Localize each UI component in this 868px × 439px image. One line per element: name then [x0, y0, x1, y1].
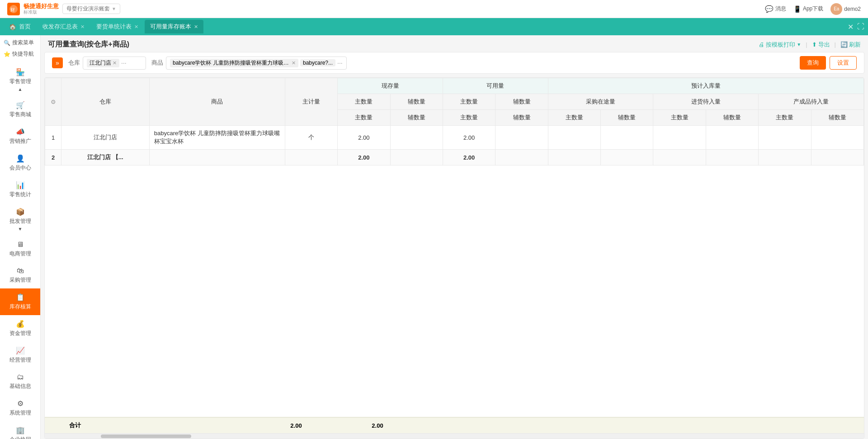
main-layout: 🔍 搜索菜单 ⭐ 快捷导航 🏪 零售管理 ▲ 🛒 零售商城 📣 营销推广 👤 会…: [0, 35, 868, 439]
row2-stock-main: 2.00: [338, 150, 390, 165]
expand-arrow-icon: ▼: [18, 227, 23, 231]
wholesale-icon: 📦: [16, 208, 25, 216]
tab-orders[interactable]: 要货单统计表 ✕: [91, 20, 144, 33]
product-input[interactable]: babycare学饮杯 儿童防摔防撞吸管杯重力球吸嘴杯宝宝水杯 ✕ babyca…: [166, 57, 347, 70]
industry-label: 母婴行业演示账套: [66, 5, 110, 13]
th-available: 可用量: [443, 78, 548, 94]
page-actions: 🖨 按模板打印 ▼ | ⬆ 导出 | 🔄 刷新: [759, 41, 861, 49]
top-bar: 财 畅捷通好生意 标准版 母婴行业演示账套 ▼ 💬 消息 📱 App下载 Ea …: [0, 0, 868, 18]
sidebar-item-finance[interactable]: 💰 资金管理: [0, 315, 40, 342]
sidebar-item-inventory[interactable]: 📋 库存核算: [0, 288, 40, 315]
tab-fullscreen-btn[interactable]: ⛶: [857, 23, 864, 31]
product-more-icon[interactable]: ···: [337, 59, 343, 66]
th-pt-aux: 辅数量: [601, 110, 653, 126]
avatar: Ea: [830, 3, 842, 15]
tab-orders-close[interactable]: ✕: [134, 24, 138, 30]
th-s-aux: 辅数量: [390, 110, 443, 126]
user-menu[interactable]: Ea demo2: [830, 3, 861, 15]
filter-expand-btn[interactable]: »: [52, 57, 63, 68]
row1-stock-aux: [390, 126, 443, 150]
sidebar-item-retail-mgmt[interactable]: 🏪 零售管理 ▲: [0, 63, 40, 96]
sidebar-item-purchase[interactable]: 🛍 采购管理: [0, 262, 40, 288]
app-download-btn[interactable]: 📱 App下载: [793, 5, 823, 13]
row1-in-aux: [706, 126, 758, 150]
print-label: 按模板打印: [766, 41, 795, 49]
star-icon: ⭐: [4, 51, 10, 57]
enterprise-icon: 🏢: [16, 426, 25, 434]
tab-close-all-btn[interactable]: ✕: [848, 23, 854, 31]
warehouse-tag: 江北门店 ✕: [87, 59, 119, 67]
query-btn[interactable]: 查询: [800, 56, 826, 70]
row1-index: 1: [45, 126, 61, 150]
content-area: 可用量查询(按仓库+商品) 🖨 按模板打印 ▼ | ⬆ 导出 | 🔄 刷新: [41, 35, 868, 439]
row2-prod-aux: [811, 150, 863, 165]
th-stock-main: 主数量: [338, 94, 390, 110]
ops-icon: 📈: [16, 346, 25, 355]
phone-icon: 📱: [793, 5, 801, 13]
tab-inventory[interactable]: 可用量库存账本 ✕: [145, 20, 203, 33]
product-tag2: babycare?...: [300, 59, 335, 66]
sidebar-item-operations[interactable]: 📈 经营管理: [0, 342, 40, 368]
print-btn[interactable]: 🖨 按模板打印 ▼: [759, 41, 801, 49]
retail-icon: 🏪: [16, 68, 25, 76]
export-btn[interactable]: ⬆ 导出: [812, 41, 830, 49]
sidebar-search[interactable]: 🔍 搜索菜单: [0, 35, 40, 48]
export-label: 导出: [818, 41, 830, 49]
sep2: |: [835, 41, 836, 48]
th-product: 商品: [149, 78, 285, 126]
product1-remove-icon[interactable]: ✕: [292, 60, 296, 66]
warehouse-input[interactable]: 江北门店 ✕ ···: [83, 57, 146, 70]
refresh-btn[interactable]: 🔄 刷新: [840, 41, 861, 49]
industry-selector[interactable]: 母婴行业演示账套 ▼: [62, 4, 120, 14]
enterprise-label: 企业协同: [9, 436, 31, 439]
product-value2: babycare?...: [303, 60, 333, 66]
sidebar-item-wholesale-mgmt[interactable]: 📦 批发管理 ▼: [0, 203, 40, 236]
th-prod-main: 主数量: [759, 110, 811, 126]
wholesale-label: 批发管理: [9, 217, 31, 225]
filter-action-btns: 查询 设置: [800, 56, 857, 70]
sidebar-item-member[interactable]: 👤 会员中心: [0, 150, 40, 176]
member-icon: 👤: [16, 154, 25, 163]
row1-avail-aux: [495, 126, 548, 150]
warehouse-label: 仓库: [68, 59, 80, 67]
top-bar-left: 财 畅捷通好生意 标准版 母婴行业演示账套 ▼: [7, 3, 120, 15]
settings-btn[interactable]: 设置: [830, 56, 857, 70]
retail-mall-label: 零售商城: [9, 111, 31, 118]
basics-icon: 🗂: [17, 373, 24, 381]
tab-receipts-close[interactable]: ✕: [80, 24, 85, 30]
table-row: 2 江北门店 【... 2.00 2.00: [45, 150, 864, 165]
row1-stock-main: 2.00: [338, 126, 390, 150]
tab-receipts[interactable]: 收发存汇总表 ✕: [37, 20, 90, 33]
sidebar-item-basics[interactable]: 🗂 基础信息: [0, 368, 40, 395]
warehouse-more-icon[interactable]: ···: [121, 59, 127, 66]
purchase-label: 采购管理: [9, 276, 31, 284]
th-warehouse: 仓库: [61, 78, 150, 126]
row1-unit: 个: [285, 126, 337, 150]
th-a-aux: 辅数量: [495, 110, 548, 126]
row1-avail-main: 2.00: [443, 126, 495, 150]
sidebar-item-retail-mall[interactable]: 🛒 零售商城: [0, 96, 40, 123]
warehouse-remove-icon[interactable]: ✕: [113, 60, 117, 66]
gear-icon[interactable]: ⚙: [51, 99, 56, 105]
inventory-icon: 📋: [16, 293, 25, 302]
sidebar-item-marketing[interactable]: 📣 营销推广: [0, 123, 40, 150]
tab-inventory-close[interactable]: ✕: [194, 24, 198, 30]
username: demo2: [844, 6, 861, 12]
svg-text:财: 财: [10, 7, 15, 12]
refresh-label: 刷新: [849, 41, 861, 49]
th-pt-main: 主数量: [548, 110, 600, 126]
app-label: App下载: [803, 5, 823, 13]
row1-prod-aux: [811, 126, 863, 150]
message-btn[interactable]: 💬 消息: [765, 5, 786, 13]
scrollbar-thumb[interactable]: [101, 434, 191, 438]
sidebar-item-system[interactable]: ⚙ 系统管理: [0, 395, 40, 421]
th-s-main: 主数量: [338, 110, 390, 126]
sidebar-item-ecommerce[interactable]: 🖥 电商管理: [0, 236, 40, 262]
sidebar-quick-nav[interactable]: ⭐ 快捷导航: [0, 48, 40, 60]
tab-inventory-label: 可用量库存账本: [150, 23, 191, 31]
row2-avail-main: 2.00: [443, 150, 495, 165]
sidebar-item-retail-stats[interactable]: 📊 零售统计: [0, 176, 40, 203]
marketing-label: 营销推广: [9, 137, 31, 145]
tab-home[interactable]: 🏠 首页: [4, 20, 36, 33]
sidebar-item-enterprise[interactable]: 🏢 企业协同: [0, 421, 40, 439]
